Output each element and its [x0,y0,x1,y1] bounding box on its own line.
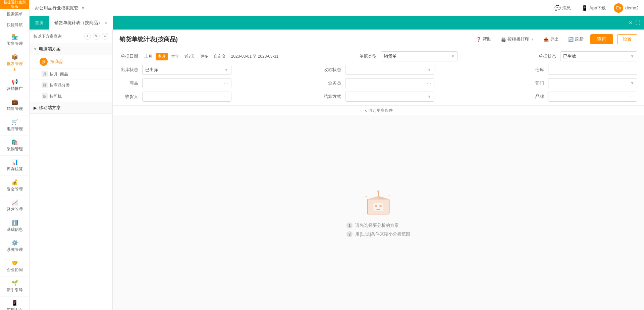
scheme-item-by-driver[interactable]: 按 按司机 [30,91,112,102]
sidebar-item-label: 零售管理 [7,41,23,47]
scheme-add-btn[interactable]: + [84,33,91,40]
page-title-bar: 销货单统计表(按商品) ❓ 帮助 🖨️ 按模板打印 ▼ 📤 [113,30,644,48]
sidebar-item-marketing[interactable]: 📢 营销推广 [0,75,29,95]
svg-point-4 [379,205,382,207]
sidebar-item-ecommerce[interactable]: 🛒 电商管理 [0,115,29,136]
payment-status-label: 收款状态 [322,67,341,73]
export-btn[interactable]: 📤 导出 [541,35,561,44]
shortcut-custom[interactable]: 自定义 [212,53,228,60]
quick-nav[interactable]: 快捷导航 [0,20,29,30]
by-product-dot: 按 [40,58,48,66]
stock-status-control[interactable]: 已出库 ▼ [142,65,231,75]
refresh-btn[interactable]: 🔄 刷新 [566,35,586,44]
query-btn[interactable]: 查询 [590,34,613,44]
scheme-item-by-category[interactable]: 目 按商品分类 [30,80,112,91]
settings-btn[interactable]: 设置 [617,34,637,44]
empty-state: ✦ ✦ 1 请先选择要分析的方案 2 用[过滤]条件来缩小分析范围 [113,115,644,310]
shortcut-more[interactable]: 更多 [198,53,210,60]
sidebar-item-basic[interactable]: ℹ️ 基础信息 [0,216,29,236]
app-logo[interactable]: 畅捷通好生意 标版 [0,0,29,9]
mobile-chevron-icon: ▶ [34,105,37,110]
brand-label: 品牌 [525,94,544,100]
sidebar-item-label: 经营管理 [7,207,23,212]
sidebar-item-sales[interactable]: 💼 销售管理 [0,95,29,115]
staff-control[interactable]: ··· [345,78,434,88]
sidebar-item-enterprise[interactable]: 🤝 企业协同 [0,256,29,276]
scheme-sub-item-label: 按商品分类 [50,83,70,88]
help-label: 帮助 [483,36,491,42]
tab-sales-stats[interactable]: 销货单统计表（按商品） ✕ [49,16,113,30]
scheme-edit-btn[interactable]: ✎ [93,33,100,40]
brand-control[interactable]: ··· [548,92,637,102]
workspace-dropdown-icon[interactable]: ▼ [81,6,85,10]
staff-label: 业务员 [322,80,341,86]
desktop-group-label: 电脑端方案 [39,46,61,52]
scheme-actions: + ✎ « [84,33,108,40]
sidebar-item-wholesale[interactable]: 📦 批发管理 ▲ [0,50,29,75]
print-btn[interactable]: 🖨️ 按模板打印 ▼ [498,35,537,44]
sidebar-item-retail[interactable]: 🏪 零售管理 [0,30,29,50]
shortcut-last-month[interactable]: 上月 [142,53,154,60]
shortcut-this-year[interactable]: 本年 [169,53,181,60]
hint-num-1: 1 [346,222,353,228]
page-title: 销货单统计表(按商品) [119,35,178,43]
tab-controls: ✕ ⛶ [629,20,644,25]
sidebar-item-inventory[interactable]: 📊 库存核算 [0,156,29,176]
filter-row-3: 商品 ··· 业务员 ··· 部门 [119,78,637,88]
scheme-mobile-group-header[interactable]: ▶ 移动端方案 [30,102,112,114]
warehouse-control[interactable]: ··· [548,65,637,75]
scheme-item-by-month-product[interactable]: 月 按月+商品 [30,69,112,80]
refresh-icon: 🔄 [568,37,574,42]
sidebar-item-system[interactable]: ⚙️ 系统管理 [0,236,29,256]
sidebar-item-label: 企业协同 [7,267,23,273]
tab-home[interactable]: 首页 [30,16,49,30]
payment-status-dropdown-icon: ▼ [427,67,431,72]
desktop-chevron-icon: ▼ [34,47,37,51]
scheme-item-by-product[interactable]: 按 按商品 [30,55,112,69]
sales-icon: 💼 [11,99,18,105]
sidebar-item-app-center[interactable]: 📱 应用中心 [0,297,29,310]
payment-method-dropdown-icon: ▼ [427,94,431,99]
collapse-bar[interactable]: ∧ 收起更多条件 [113,105,644,115]
sidebar-item-finance[interactable]: 💰 资金管理 [0,176,29,196]
dept-control[interactable]: ▼ [548,78,637,88]
scheme-desktop-group-header[interactable]: ▼ 电脑端方案 [30,43,112,55]
message-btn[interactable]: 💬 消息 [552,4,574,12]
message-label: 消息 [562,5,571,11]
basic-icon: ℹ️ [11,219,18,226]
tab-expand-icon[interactable]: ⛶ [635,20,640,25]
print-icon: 🖨️ [501,37,506,42]
wholesale-icon: 📦 [11,54,18,60]
message-icon: 💬 [554,5,561,11]
sidebar-item-operations[interactable]: 📈 经营管理 [0,196,29,216]
sidebar-item-label: 销售管理 [7,106,23,112]
payment-status-control[interactable]: ▼ [345,65,434,75]
help-btn[interactable]: ❓ 帮助 [473,35,494,44]
month-product-icon: 月 [42,71,48,77]
recipient-control[interactable]: ··· [142,92,231,102]
payment-method-control[interactable]: ▼ [345,92,434,102]
scheme-collapse-btn[interactable]: « [102,33,108,40]
svg-point-3 [375,205,377,207]
sidebar-item-newbie[interactable]: 🌱 新手引导 [0,276,29,297]
doc-status-control[interactable]: 已生效 ▼ [560,51,637,61]
tab-close-all-icon[interactable]: ✕ [629,20,633,25]
app-download-btn[interactable]: 📱 App下载 [579,4,608,12]
shortcut-this-month[interactable]: 本月 [156,53,168,60]
product-control[interactable]: ··· [142,78,231,88]
export-label: 导出 [550,36,559,42]
filter-row-2: 出库状态 已出库 ▼ 收款状态 ▼ 仓库 [119,65,637,75]
shortcut-7days[interactable]: 近7天 [182,53,197,60]
doc-type-control[interactable]: 销货单 ▼ [381,51,458,61]
search-menu[interactable]: 搜索菜单 [0,9,29,20]
doc-type-value: 销货单 [384,53,397,59]
tab-close-icon[interactable]: ✕ [104,20,108,25]
sidebar-item-label: 资金管理 [7,187,23,192]
scheme-panel: 按以下方案查询 + ✎ « [30,30,113,310]
sidebar-item-purchase[interactable]: 🛍️ 采购管理 [0,136,29,156]
expand-icon: ▲ [13,67,17,71]
date-range-display: 2023-03-01 至 2023-03-31 [231,54,278,59]
user-info[interactable]: Ea demo2 [614,3,639,13]
app-download-label: App下载 [589,5,606,11]
recipient-label: 收货人 [119,94,138,100]
